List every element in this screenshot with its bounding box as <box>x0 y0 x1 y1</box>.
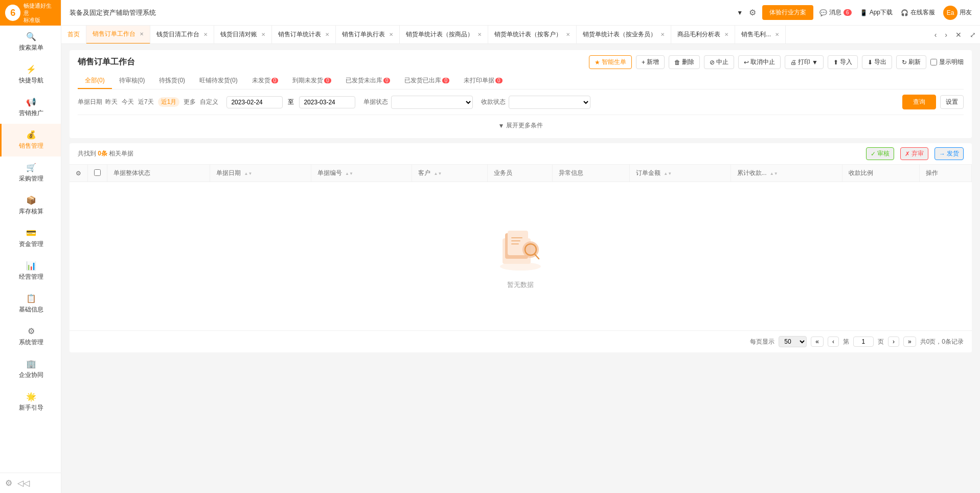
import-btn[interactable]: ⬆ 导入 <box>828 55 858 69</box>
search-btn[interactable]: 查询 <box>902 95 936 109</box>
th-settings[interactable]: ⚙ <box>70 165 88 182</box>
date-opt-custom[interactable]: 自定义 <box>200 98 218 106</box>
page-size-select[interactable]: 50 20 100 <box>779 336 807 347</box>
show-detail-checkbox[interactable] <box>930 59 937 65</box>
tab-close-sales-stat[interactable]: ✕ <box>325 32 329 37</box>
refresh-btn[interactable]: ↻ 刷新 <box>896 55 926 69</box>
next-page-btn[interactable]: › <box>888 337 899 347</box>
page-number-input[interactable] <box>853 337 874 347</box>
sidebar-item-quick-nav[interactable]: ⚡ 快捷导航 <box>0 58 61 91</box>
tab-close-sales-by-goods[interactable]: ✕ <box>477 32 482 37</box>
tab-gross-profit[interactable]: 商品毛利分析表 ✕ <box>671 26 735 44</box>
th-amount[interactable]: 订单金额 ▲▼ <box>630 165 731 182</box>
filter-tab-all[interactable]: 全部(0) <box>78 73 112 89</box>
sidebar-item-purchase[interactable]: 🛒 采购管理 <box>0 156 61 189</box>
tab-sales-workbench[interactable]: 销售订单工作台 ✕ <box>86 26 150 44</box>
payment-select[interactable] <box>509 96 590 109</box>
sidebar-item-finance[interactable]: 💳 资金管理 <box>0 222 61 255</box>
sidebar-item-inventory[interactable]: 📦 库存核算 <box>0 189 61 222</box>
sidebar-item-search[interactable]: 🔍 搜索菜单 <box>0 26 61 58</box>
settings-bottom-icon[interactable]: ⚙ <box>5 478 12 488</box>
tab-close-sales-by-staff[interactable]: ✕ <box>660 32 665 37</box>
filter-tab-pending-inspect[interactable]: 待拣货(0) <box>152 73 192 89</box>
tab-sales-more[interactable]: 销售毛利... ✕ <box>735 26 786 44</box>
sidebar-item-operations[interactable]: 📊 经营管理 <box>0 255 61 287</box>
online-service-btn[interactable]: 🎧 在线客服 <box>901 8 935 17</box>
prev-page-btn[interactable]: ‹ <box>828 337 839 347</box>
filter-tab-not-printed[interactable]: 未打印单据0 <box>457 73 510 89</box>
user-menu-btn[interactable]: Ea 用友 <box>943 6 972 20</box>
filter-tab-shipped-not-out[interactable]: 已发货未出库0 <box>338 73 398 89</box>
tab-cash-daily[interactable]: 钱货日清工作台 ✕ <box>150 26 214 44</box>
empty-state-row: 暂无数据 <box>70 182 972 331</box>
filter-tab-overdue-ship[interactable]: 到期未发货0 <box>285 73 338 89</box>
tab-sales-exec[interactable]: 销售订单执行表 ✕ <box>336 26 400 44</box>
tab-close-sales-more[interactable]: ✕ <box>775 32 779 37</box>
date-opt-more[interactable]: 更多 <box>184 98 196 106</box>
message-btn[interactable]: 💬 消息 6 <box>819 8 852 17</box>
tab-sales-by-goods[interactable]: 销货单统计表（按商品） ✕ <box>400 26 488 44</box>
date-opt-7days[interactable]: 近7天 <box>138 98 154 106</box>
number-sort-icon: ▲▼ <box>345 171 353 176</box>
tab-expand-icon[interactable]: ⤢ <box>966 31 980 39</box>
tab-cash-reconcile[interactable]: 钱货日清对账 ✕ <box>214 26 272 44</box>
export-btn[interactable]: ⬇ 导出 <box>862 55 892 69</box>
expand-filter-btn[interactable]: ▼ 展开更多条件 <box>493 119 549 132</box>
delete-btn[interactable]: 🗑 删除 <box>669 55 700 69</box>
batch-revoke-btn[interactable]: ✗ 弃审 <box>900 147 928 160</box>
tab-close-all-icon[interactable]: ✕ <box>951 31 966 39</box>
status-select[interactable] <box>391 96 473 109</box>
tab-home[interactable]: 首页 <box>61 26 86 44</box>
th-date[interactable]: 单据日期 ▲▼ <box>210 165 311 182</box>
filter-tab-wangpu-ship[interactable]: 旺铺待发货(0) <box>192 73 245 89</box>
sidebar-item-enterprise[interactable]: 🏢 企业协同 <box>0 353 61 386</box>
status-filter-label: 单据状态 <box>363 98 388 106</box>
date-to-input[interactable] <box>299 96 355 108</box>
tab-close-cash-reconcile[interactable]: ✕ <box>261 32 265 37</box>
filter-settings-btn[interactable]: 设置 <box>940 95 964 109</box>
sidebar-item-marketing[interactable]: 📢 营销推广 <box>0 91 61 124</box>
th-customer[interactable]: 客户 ▲▼ <box>412 165 488 182</box>
collapse-icon[interactable]: ◁◁ <box>17 478 30 488</box>
system-dropdown[interactable]: ▼ <box>737 9 743 16</box>
sidebar-item-guide[interactable]: 🌟 新手引导 <box>0 386 61 418</box>
batch-ship-btn[interactable]: → 发货 <box>935 147 964 160</box>
tab-close-sales-workbench[interactable]: ✕ <box>140 31 144 37</box>
tab-sales-by-staff[interactable]: 销货单统计表（按业务员） ✕ <box>577 26 671 44</box>
date-opt-yesterday[interactable]: 昨天 <box>105 98 118 106</box>
chart-icon: 📊 <box>26 261 36 271</box>
tab-sales-by-customer[interactable]: 销货单统计表（按客户） ✕ <box>488 26 577 44</box>
th-number[interactable]: 单据编号 ▲▼ <box>311 165 412 182</box>
batch-approve-btn[interactable]: ✓ 审核 <box>866 147 894 160</box>
select-all-checkbox[interactable] <box>94 169 101 176</box>
th-checkbox[interactable] <box>88 165 107 182</box>
date-opt-1month[interactable]: 近1月 <box>158 97 180 107</box>
filter-tab-not-shipped[interactable]: 未发货0 <box>245 73 286 89</box>
tab-close-sales-exec[interactable]: ✕ <box>389 32 393 37</box>
date-opt-today[interactable]: 今天 <box>122 98 134 106</box>
show-detail-label[interactable]: 显示明细 <box>930 58 964 66</box>
first-page-btn[interactable]: « <box>811 337 824 347</box>
filter-tab-pending-review[interactable]: 待审核(0) <box>112 73 152 89</box>
cancel-stop-btn[interactable]: ↩ 取消中止 <box>738 55 781 69</box>
sidebar-item-system[interactable]: ⚙ 系统管理 <box>0 320 61 353</box>
tab-nav-left-icon[interactable]: ‹ <box>930 31 941 39</box>
date-from-input[interactable] <box>226 96 283 108</box>
tab-sales-stat[interactable]: 销售订单统计表 ✕ <box>272 26 336 44</box>
th-received[interactable]: 累计收款... ▲▼ <box>731 165 842 182</box>
tab-close-cash-daily[interactable]: ✕ <box>203 32 208 37</box>
sidebar-item-basic-info[interactable]: 📋 基础信息 <box>0 287 61 320</box>
tab-close-gross-profit[interactable]: ✕ <box>724 32 728 37</box>
sidebar-item-sales[interactable]: 💰 销售管理 <box>0 124 61 156</box>
filter-tab-shipped-out[interactable]: 已发货已出库0 <box>397 73 457 89</box>
industry-solution-btn[interactable]: 体验行业方案 <box>762 5 813 20</box>
smart-create-btn[interactable]: ★ 智能生单 <box>589 55 632 69</box>
topbar-gear-icon[interactable]: ⚙ <box>749 8 756 17</box>
app-download-btn[interactable]: 📱 App下载 <box>860 8 893 17</box>
print-btn[interactable]: 🖨 打印 ▼ <box>785 55 824 69</box>
add-btn[interactable]: + 新增 <box>636 55 665 69</box>
tab-close-sales-by-customer[interactable]: ✕ <box>566 32 570 37</box>
last-page-btn[interactable]: » <box>903 337 916 347</box>
tab-nav-right-icon[interactable]: › <box>941 31 951 39</box>
stop-btn[interactable]: ⊘ 中止 <box>704 55 734 69</box>
